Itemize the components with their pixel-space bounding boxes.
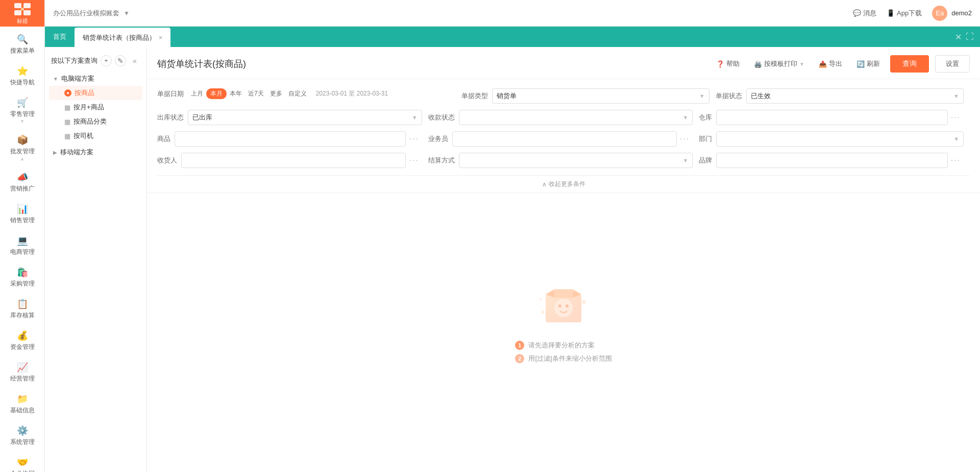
goods-input[interactable]	[175, 131, 406, 147]
content-area: 按以下方案查询 + ✎ « ▼ 电脑端方案 ● 按商品	[45, 47, 980, 472]
sidebar-item-sales[interactable]: 📊 销售管理	[0, 198, 44, 230]
date-shortcut-last-month[interactable]: 上月	[188, 88, 206, 99]
brand-dots-icon[interactable]: ···	[948, 156, 964, 165]
payment-status-select[interactable]: ▼	[459, 110, 693, 125]
tree-parent-mobile[interactable]: ▶ 移动端方案	[49, 145, 142, 159]
sidebar-item-wholesale[interactable]: 📦 批发管理 ▲	[0, 129, 44, 167]
date-shortcut-more[interactable]: 更多	[267, 88, 285, 99]
setting-button[interactable]: 设置	[935, 55, 970, 73]
user-avatar: Ea	[932, 6, 947, 21]
page-actions: ❓ 帮助 🖨️ 按模板打印 ▼ 📤 导出 🔄 刷新	[712, 55, 970, 73]
date-range-value: 2023-03-01 至 2023-03-31	[316, 89, 388, 98]
tab-sales-stat[interactable]: 销货单统计表（按商品） ×	[75, 28, 170, 48]
filter-row-1: 单据日期 上月 本月 本年 近7天 更多 自定义 2023-03-01 至 20…	[157, 85, 970, 107]
sidebar-item-retail-label: 零售管理	[10, 110, 35, 119]
date-shortcut-custom[interactable]: 自定义	[285, 88, 310, 99]
sidebar-item-basic-label: 基础信息	[10, 406, 35, 415]
sidebar-item-enterprise-collab[interactable]: 🤝 企业协同	[0, 452, 44, 472]
tree-child-by-cashier[interactable]: ▦ 按司机	[49, 129, 142, 143]
tree-child-by-month-goods-label: 按月+商品	[74, 103, 104, 112]
date-label: 单据日期	[157, 89, 184, 99]
user-area[interactable]: Ea demo2	[932, 6, 972, 21]
svg-point-12	[540, 298, 542, 300]
sidebar-item-purchase-label: 采购管理	[10, 279, 35, 288]
recipient-dots-icon[interactable]: ···	[406, 156, 422, 165]
empty-state: 1 请先选择要分析的方案 2 用[过滤]条件来缩小分析范围	[147, 193, 980, 472]
print-button[interactable]: 🖨️ 按模板打印 ▼	[750, 57, 808, 70]
sidebar-item-stock[interactable]: 📋 库存核算	[0, 293, 44, 325]
app-download-icon: 📱	[887, 9, 895, 17]
tab-home[interactable]: 首页	[45, 27, 75, 47]
out-status-select[interactable]: 已出库 ▼	[188, 110, 422, 125]
help-button[interactable]: ❓ 帮助	[712, 57, 744, 70]
add-scheme-button[interactable]: +	[101, 55, 112, 66]
collapse-more-conditions[interactable]: ∧ 收起更多条件	[157, 175, 970, 193]
brand-label: 品牌	[699, 156, 712, 165]
right-content: 销货单统计表(按商品) ❓ 帮助 🖨️ 按模板打印 ▼ 📤 导出	[147, 47, 980, 472]
sidebar-item-operations[interactable]: 📈 经营管理	[0, 357, 44, 388]
header-dropdown-icon[interactable]: ▼	[124, 10, 130, 17]
logo-text: 标搭	[17, 17, 28, 25]
tree-child-by-goods-category-label: 按商品分类	[74, 117, 107, 126]
app-download-button[interactable]: 📱 App下载	[887, 9, 922, 18]
tree-child-by-month-goods[interactable]: ▦ 按月+商品	[49, 100, 142, 114]
top-header-right: 💬 消息 📱 App下载 Ea demo2	[853, 6, 972, 21]
sidebar-item-system[interactable]: ⚙️ 系统管理	[0, 420, 44, 452]
recipient-input[interactable]	[181, 153, 406, 168]
sidebar-item-basic[interactable]: 📁 基础信息	[0, 388, 44, 420]
collapse-label: 收起更多条件	[549, 180, 585, 188]
date-shortcut-this-month[interactable]: 本月	[206, 88, 227, 99]
sidebar-item-marketing[interactable]: 📣 营销推广	[0, 167, 44, 198]
active-scheme-dot: ●	[64, 89, 71, 97]
operations-icon: 📈	[17, 362, 28, 373]
tip-number-2: 2	[515, 354, 524, 363]
export-button[interactable]: 📤 导出	[815, 57, 846, 70]
tab-close-window-icon[interactable]: ✕	[955, 32, 962, 42]
edit-scheme-button[interactable]: ✎	[115, 55, 126, 66]
tab-close-button[interactable]: ×	[159, 34, 162, 41]
warehouse-label: 仓库	[699, 113, 712, 122]
sidebar-item-ecommerce[interactable]: 💻 电商管理	[0, 230, 44, 262]
date-shortcut-this-year[interactable]: 本年	[227, 88, 245, 99]
goods-dots-icon[interactable]: ···	[406, 134, 422, 144]
salesperson-input[interactable]	[452, 131, 677, 147]
sidebar-item-retail[interactable]: 🛒 零售管理 ▼	[0, 92, 44, 129]
warehouse-dots-icon[interactable]: ···	[948, 113, 964, 122]
active-check-icon: ●	[66, 90, 69, 96]
refresh-button[interactable]: 🔄 刷新	[852, 57, 884, 70]
sidebar-item-quick-nav-label: 快捷导航	[10, 78, 35, 87]
salesperson-dots-icon[interactable]: ···	[677, 134, 693, 144]
query-button[interactable]: 查询	[890, 55, 929, 73]
tree-child-by-cashier-label: 按司机	[74, 131, 93, 140]
payment-method-select[interactable]: ▼	[459, 153, 693, 168]
date-shortcut-7days[interactable]: 近7天	[245, 88, 267, 99]
sidebar-item-quick-nav[interactable]: ⭐ 快捷导航	[0, 60, 44, 92]
tree-child-by-goods[interactable]: ● 按商品	[49, 86, 142, 100]
warehouse-input[interactable]	[716, 110, 947, 125]
department-select[interactable]: ▼	[716, 131, 964, 147]
export-icon: 📤	[819, 60, 827, 68]
collapse-panel-button[interactable]: «	[129, 55, 140, 66]
sidebar-item-finance[interactable]: 💰 资金管理	[0, 325, 44, 357]
refresh-label: 刷新	[867, 59, 880, 68]
svg-rect-2	[14, 10, 21, 15]
tree-parent-pc[interactable]: ▼ 电脑端方案	[49, 72, 142, 86]
filter-out-status: 出库状态 已出库 ▼	[157, 110, 428, 125]
doc-status-select[interactable]: 已生效 ▼	[746, 88, 964, 104]
sidebar-item-search[interactable]: 🔍 搜索菜单	[0, 29, 44, 60]
message-button[interactable]: 💬 消息	[853, 9, 876, 18]
sidebar-item-purchase[interactable]: 🛍️ 采购管理	[0, 262, 44, 293]
scheme-grid-icon-3: ▦	[64, 132, 70, 140]
doc-type-select[interactable]: 销货单 ▼	[492, 88, 709, 104]
top-header: 办公用品行业模拟账套 ▼ 💬 消息 📱 App下载 Ea demo2	[45, 0, 980, 27]
doc-status-arrow-icon: ▼	[953, 93, 959, 99]
filter-row-2: 出库状态 已出库 ▼ 收款状态 ▼ 仓库	[157, 107, 970, 128]
tab-expand-window-icon[interactable]: ⛶	[966, 32, 974, 41]
tip-text-2: 用[过滤]条件来缩小分析范围	[528, 354, 611, 363]
tree-child-by-goods-category[interactable]: ▦ 按商品分类	[49, 114, 142, 129]
sidebar-item-enterprise-collab-label: 企业协同	[10, 469, 35, 472]
filter-recipient: 收货人 ···	[157, 153, 428, 168]
brand-input[interactable]	[716, 153, 947, 168]
app-download-label: App下载	[897, 9, 922, 18]
filter-doc-status: 单据状态 已生效 ▼	[716, 88, 970, 104]
